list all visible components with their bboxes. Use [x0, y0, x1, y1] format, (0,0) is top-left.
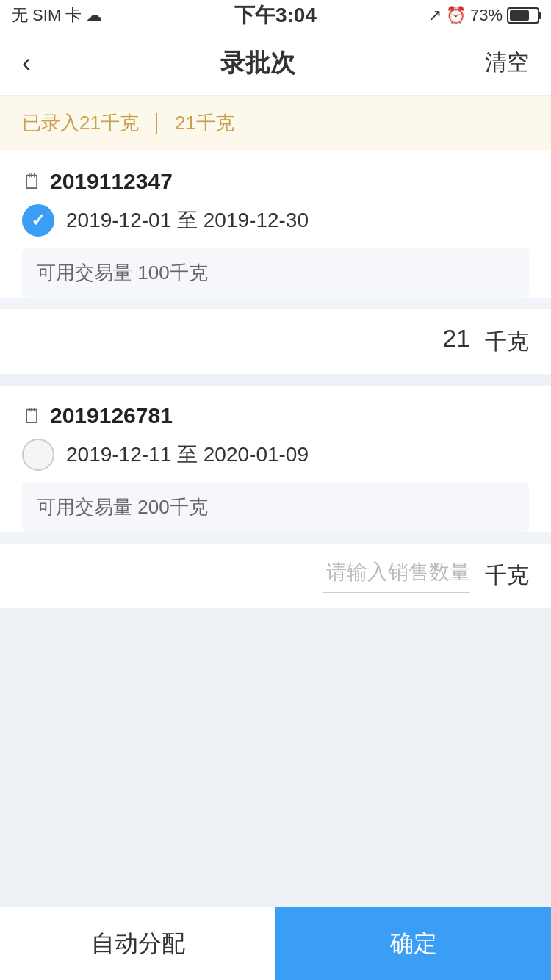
clear-button[interactable]: 清空: [485, 48, 529, 78]
amount-row-1: 21 千克: [0, 309, 551, 374]
batch-date-row-1: 2019-12-01 至 2019-12-30: [22, 204, 529, 237]
section-separator: [0, 374, 551, 386]
battery-icon: [507, 7, 539, 24]
batch-header-1: 🗒 2019112347: [22, 169, 529, 194]
avail-box-1: 可用交易量 100千克: [22, 248, 529, 298]
battery-percent: 73%: [470, 6, 503, 25]
amount-container-1: 21: [22, 324, 470, 359]
radio-2[interactable]: [22, 439, 54, 471]
location-icon: ↗: [428, 6, 442, 25]
amount-placeholder-2: 请输入销售数量: [326, 561, 470, 583]
batch-doc-icon-1: 🗒: [22, 170, 43, 194]
recorded-amount: 已录入21千克: [22, 110, 139, 136]
batch-doc-icon-2: 🗒: [22, 404, 43, 428]
batch-card-1: 🗒 2019112347 2019-12-01 至 2019-12-30 可用交…: [0, 151, 551, 298]
back-button[interactable]: ‹: [22, 48, 31, 79]
batch-date-2: 2019-12-11 至 2020-01-09: [66, 441, 309, 469]
alarm-icon: ⏰: [446, 6, 466, 25]
unit-label-1: 千克: [485, 327, 529, 357]
status-bar: 无 SIM 卡 ☁ 下午3:04 ↗ ⏰ 73%: [0, 0, 551, 31]
auto-distribute-button[interactable]: 自动分配: [0, 907, 276, 980]
confirm-button[interactable]: 确定: [276, 907, 551, 980]
bottom-area: [0, 608, 551, 931]
avail-box-2: 可用交易量 200千克: [22, 483, 529, 532]
info-divider: [156, 113, 157, 134]
batch-id-2: 2019126781: [50, 403, 173, 428]
amount-value-1: 21: [442, 324, 470, 352]
page-title: 录批次: [220, 46, 295, 80]
unit-label-2: 千克: [485, 561, 529, 591]
sim-label: 无 SIM 卡 ☁: [12, 4, 102, 26]
batch-date-1: 2019-12-01 至 2019-12-30: [66, 206, 309, 234]
info-banner: 已录入21千克 21千克: [0, 96, 551, 151]
batch-card-2: 🗒 2019126781 2019-12-11 至 2020-01-09 可用交…: [0, 386, 551, 532]
batch-date-row-2: 2019-12-11 至 2020-01-09: [22, 439, 529, 471]
amount-container-2: 请输入销售数量: [22, 558, 470, 593]
status-right: ↗ ⏰ 73%: [428, 6, 539, 25]
radio-1[interactable]: [22, 204, 54, 237]
amount-input-1[interactable]: 21: [323, 324, 470, 359]
amount-row-2: 请输入销售数量 千克: [0, 544, 551, 608]
batch-header-2: 🗒 2019126781: [22, 403, 529, 428]
nav-bar: ‹ 录批次 清空: [0, 31, 551, 96]
status-left: 无 SIM 卡 ☁: [12, 4, 102, 26]
footer: 自动分配 确定: [0, 907, 551, 980]
total-amount: 21千克: [175, 110, 234, 136]
amount-input-2[interactable]: 请输入销售数量: [323, 558, 470, 593]
batch-id-1: 2019112347: [50, 169, 173, 194]
status-time: 下午3:04: [234, 1, 317, 29]
